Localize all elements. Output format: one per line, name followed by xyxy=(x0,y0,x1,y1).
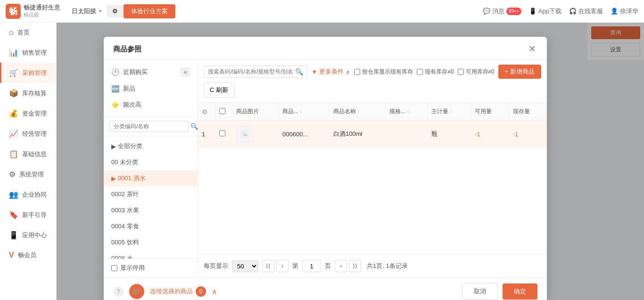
cancel-button[interactable]: 取消 xyxy=(462,283,498,300)
user-nav[interactable]: 👤 徐泽华 xyxy=(611,7,638,16)
sidebar-item-system[interactable]: ⚙ 系统管理 xyxy=(0,164,56,184)
confirm-button[interactable]: 确定 xyxy=(503,283,537,300)
sidebar-item-inventory[interactable]: 📦 库存核算 xyxy=(0,83,56,103)
row-name: 白酒100ml xyxy=(330,121,386,148)
category-tea[interactable]: 0002 茶叶 xyxy=(104,186,198,202)
sidebar-item-guide[interactable]: 🔖 新手引导 xyxy=(0,205,56,225)
nav-selector[interactable]: 日太阳膜 ▼ xyxy=(72,7,103,16)
pagination-bar: 每页显示 50 10 20 100 ⟨⟨ ‹ 第 页 xyxy=(198,255,547,277)
col-name[interactable]: 商品名称 xyxy=(330,103,386,121)
available-stock-checkbox[interactable] xyxy=(417,69,423,75)
row-available: -1 xyxy=(471,121,509,148)
finance-icon: 💰 xyxy=(9,109,18,118)
main-area: 查询 设置 商品参照 ✕ 🕐 近期购买 « xyxy=(57,23,644,300)
recent-purchase-label: 近期购买 xyxy=(123,68,148,76)
row-index: 1 xyxy=(198,121,215,148)
last-page-btn[interactable]: ⟩⟩ xyxy=(349,260,361,272)
next-page-btn[interactable]: › xyxy=(335,260,347,272)
cart-icon-btn[interactable]: 🛒 xyxy=(129,284,144,299)
col-stock: 现存量 xyxy=(509,103,546,121)
available-stock-checkbox-label[interactable]: 现有库存≠0 xyxy=(417,68,454,76)
product-search-input[interactable] xyxy=(208,68,293,75)
download-icon: 📱 xyxy=(529,8,537,15)
member-icon: V xyxy=(9,251,14,259)
more-conditions-btn[interactable]: ▼ 更多条件 ∧ xyxy=(311,67,350,76)
category-all-label: 全部分类 xyxy=(118,142,142,150)
experience-btn[interactable]: 体验行业方案 xyxy=(124,4,175,18)
sidebar-item-basic-label: 基础信息 xyxy=(22,150,47,158)
category-water-label: 0008 水 xyxy=(111,254,133,258)
usable-stock-checkbox-label[interactable]: 可用库存≠0 xyxy=(458,68,495,76)
product-reference-dialog: 商品参照 ✕ 🕐 近期购买 « 🆕 新品 xyxy=(104,37,547,300)
quick-link-recent[interactable]: 🕐 近期购买 « xyxy=(104,64,198,81)
sidebar-item-inventory-label: 库存核算 xyxy=(22,89,47,98)
sidebar-item-home[interactable]: ⌂ 首页 xyxy=(0,23,56,42)
sidebar-item-apps[interactable]: 📱 应用中心 xyxy=(0,225,56,245)
page-size-select[interactable]: 50 10 20 100 xyxy=(232,260,258,272)
sidebar-item-member[interactable]: V 畅会员 xyxy=(0,245,56,265)
select-all-checkbox[interactable] xyxy=(219,108,225,114)
page-word2: 页 xyxy=(325,262,331,270)
first-page-btn[interactable]: ⟨⟨ xyxy=(262,260,274,272)
add-product-btn[interactable]: + 新增商品 xyxy=(498,65,541,79)
col-unit[interactable]: 主计量 xyxy=(428,103,471,121)
category-search-icon[interactable]: 🔍 xyxy=(190,123,198,130)
table-settings-icon[interactable]: ⚙ xyxy=(202,108,208,116)
app-download-nav[interactable]: 📱 App下载 xyxy=(529,7,561,16)
online-service-label: 在线客服 xyxy=(578,7,603,16)
sidebar-item-finance[interactable]: 💰 资金管理 xyxy=(0,103,56,124)
category-fruit[interactable]: 0003 水果 xyxy=(104,202,198,218)
dialog-close-button[interactable]: ✕ xyxy=(526,43,537,55)
category-water[interactable]: 0008 水 xyxy=(104,250,198,258)
by-warehouse-checkbox-label[interactable]: 按仓库显示现有库存 xyxy=(354,68,413,76)
dialog-body: 🕐 近期购买 « 🆕 新品 ⭐ 频次高 xyxy=(104,60,547,277)
col-code[interactable]: 商品... xyxy=(279,103,330,121)
footer-collapse-icon[interactable]: ∧ xyxy=(212,287,217,296)
by-warehouse-checkbox[interactable] xyxy=(354,69,360,75)
category-snack[interactable]: 0004 零食 xyxy=(104,218,198,234)
basic-icon: 📋 xyxy=(9,150,18,158)
category-uncategorized[interactable]: 00 未分类 xyxy=(104,154,198,170)
refresh-btn[interactable]: C 刷新 xyxy=(204,83,234,98)
sidebar-item-basic[interactable]: 📋 基础信息 xyxy=(0,144,56,164)
right-panel: 🔍 ▼ 更多条件 ∧ 按仓库显示现有库存 xyxy=(198,60,547,277)
quick-link-frequent[interactable]: ⭐ 频次高 xyxy=(104,97,198,113)
page-word: 第 xyxy=(292,262,298,270)
page-number-input[interactable] xyxy=(302,260,321,272)
sidebar-item-enterprise[interactable]: 👥 企业协同 xyxy=(0,184,56,205)
sidebar-item-purchase[interactable]: 🛒 采购管理 xyxy=(0,63,56,83)
col-checkbox xyxy=(215,103,232,121)
available-stock-label: 现有库存≠0 xyxy=(425,68,454,76)
category-all[interactable]: ▶ 全部分类 xyxy=(104,138,198,154)
settings-icon-btn[interactable]: ⚙ xyxy=(107,5,124,17)
sidebar-item-operations[interactable]: 📈 经营管理 xyxy=(0,124,56,144)
col-spec[interactable]: 规格... xyxy=(385,103,427,121)
table-row[interactable]: 1 000600... xyxy=(198,121,547,148)
dialog-header: 商品参照 ✕ xyxy=(104,37,547,60)
category-search-input[interactable] xyxy=(109,121,189,132)
sidebar-item-home-label: 首页 xyxy=(17,28,30,37)
search-icon[interactable]: 🔍 xyxy=(295,68,303,75)
sidebar-item-sales[interactable]: 📊 销售管理 xyxy=(0,42,56,63)
online-service-nav[interactable]: 🎧 在线客服 xyxy=(569,7,603,16)
home-icon: ⌂ xyxy=(9,28,14,37)
quick-link-new[interactable]: 🆕 新品 xyxy=(104,81,198,97)
category-beverage[interactable]: 0005 饮料 xyxy=(104,234,198,250)
app-logo-icon: 畅 xyxy=(6,4,21,19)
inventory-icon: 📦 xyxy=(9,89,18,98)
display-disabled-checkbox[interactable] xyxy=(111,265,117,271)
collapse-left-btn[interactable]: « xyxy=(181,67,190,77)
col-settings: ⚙ xyxy=(198,103,215,121)
help-icon[interactable]: ? xyxy=(113,286,124,297)
messages-nav[interactable]: 💬 消息 99++ xyxy=(483,7,521,16)
page-total-info: 共1页, 1条记录 xyxy=(367,262,408,270)
product-table-body: 1 000600... xyxy=(198,121,547,148)
category-search-bar: 🔍 xyxy=(104,117,198,136)
row-stock: -1 xyxy=(509,121,546,148)
category-beverage-label: 0005 饮料 xyxy=(111,238,139,247)
usable-stock-checkbox[interactable] xyxy=(458,69,464,75)
prev-page-btn[interactable]: ‹ xyxy=(276,260,289,272)
category-liquor[interactable]: ▶ 0001 酒水 xyxy=(104,170,198,186)
row-checkbox[interactable] xyxy=(219,130,225,136)
username-label: 徐泽华 xyxy=(620,7,638,16)
